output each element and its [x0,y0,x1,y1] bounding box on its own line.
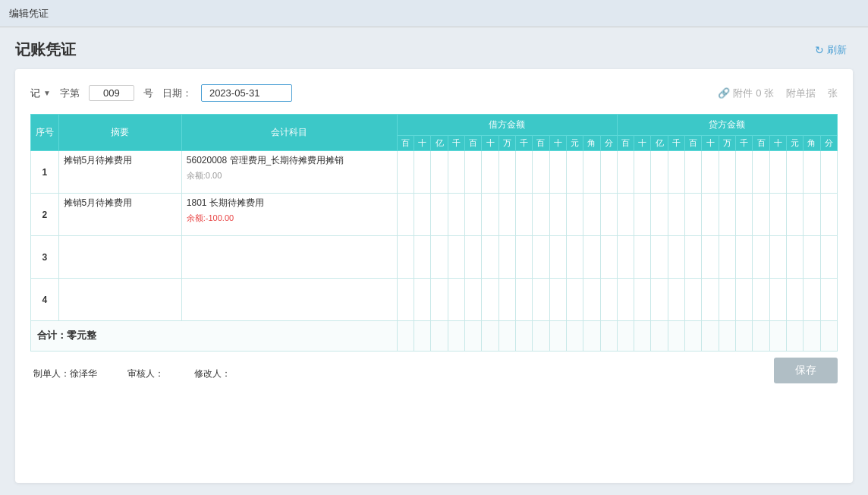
row2-d13[interactable] [600,194,617,236]
row4-account[interactable] [181,279,397,321]
row1-d11[interactable] [566,151,583,194]
single-doc-button[interactable]: 附单据 [786,87,816,100]
row2-d6[interactable] [482,194,498,236]
row2-d10[interactable] [549,194,566,236]
row1-c3[interactable] [651,151,668,194]
row2-c4[interactable] [668,194,684,236]
creator-field: 制单人：徐泽华 [33,367,97,380]
row1-d9[interactable] [533,151,549,194]
row2-account-text: 1801 长期待摊费用 [187,197,392,210]
row2-c7[interactable] [719,194,735,236]
attachment-label: 附件 [733,87,753,100]
credit-wan: 万 [719,136,735,151]
total-row: 合计：零元整 [31,321,838,352]
voucher-number-input[interactable] [89,85,134,101]
row2-account[interactable]: 1801 长期待摊费用 余额:-100.00 [181,194,397,236]
row2-c13[interactable] [820,194,837,236]
row1-d5[interactable] [465,151,482,194]
refresh-button[interactable]: ↻ 刷新 [809,40,853,60]
table-row: 3 [31,236,838,279]
row2-c1[interactable] [617,194,634,236]
row1-d4[interactable] [448,151,464,194]
reviewer-field: 审核人： [127,367,164,380]
row2-d4[interactable] [448,194,464,236]
row2-c9[interactable] [753,194,769,236]
debit-shi2: 十 [482,136,498,151]
debit-qian3: 千 [515,136,532,151]
row2-c11[interactable] [786,194,803,236]
row1-c10[interactable] [769,151,786,194]
row2-c5[interactable] [685,194,702,236]
row1-c8[interactable] [736,151,753,194]
row2-d9[interactable] [533,194,549,236]
row3-summary[interactable] [58,236,181,279]
row1-c6[interactable] [702,151,719,194]
credit-shi3: 十 [769,136,786,151]
row2-d8[interactable] [515,194,532,236]
table-row: 2 摊销5月待摊费用 1801 长期待摊费用 余额:-100.00 [31,194,838,236]
row1-c11[interactable] [786,151,803,194]
row1-c5[interactable] [685,151,702,194]
row1-d3[interactable] [431,151,448,194]
voucher-type-selector: 记 ▼ [30,87,51,100]
date-input[interactable] [201,84,292,102]
row2-d7[interactable] [498,194,515,236]
card: 记 ▼ 字第 号 日期： 🔗 附件 0 张 附单据 [15,69,853,483]
debit-wan: 万 [498,136,515,151]
row1-account-text: 56020008 管理费用_长期待摊费用摊销 [187,154,392,167]
window: 编辑凭证 记账凭证 ↻ 刷新 记 ▼ 字第 号 [0,0,868,495]
row1-c9[interactable] [753,151,769,194]
row1-d8[interactable] [515,151,532,194]
type-label: 记 [30,87,40,100]
credit-yi: 亿 [651,136,668,151]
row1-d1[interactable] [397,151,414,194]
row2-d2[interactable] [414,194,431,236]
row1-d7[interactable] [498,151,515,194]
row1-summary[interactable]: 摊销5月待摊费用 [58,151,181,194]
row1-c1[interactable] [617,151,634,194]
credit-fen: 分 [820,136,837,151]
row2-c2[interactable] [634,194,651,236]
row2-c8[interactable] [736,194,753,236]
attachment-button[interactable]: 🔗 附件 0 张 [718,87,774,100]
row2-d12[interactable] [583,194,600,236]
row1-c7[interactable] [719,151,735,194]
row2-c3[interactable] [651,194,668,236]
row2-d11[interactable] [566,194,583,236]
credit-shi2: 十 [702,136,719,151]
row2-d5[interactable] [465,194,482,236]
debit-qian2: 千 [448,136,464,151]
row1-d6[interactable] [482,151,498,194]
row1-c2[interactable] [634,151,651,194]
row2-c6[interactable] [702,194,719,236]
debit-shi: 十 [414,136,431,151]
content-area: 记账凭证 ↻ 刷新 记 ▼ 字第 号 日期： [0,27,868,495]
row2-summary[interactable]: 摊销5月待摊费用 [58,194,181,236]
row2-c12[interactable] [804,194,820,236]
row2-d3[interactable] [431,194,448,236]
row3-account[interactable] [181,236,397,279]
credit-shi: 十 [634,136,651,151]
row1-c4[interactable] [668,151,684,194]
zi-label: 字第 [60,87,80,100]
account-header: 会计科目 [181,115,397,151]
row1-c12[interactable] [804,151,820,194]
hao-label: 号 [143,87,153,100]
row3-seq: 3 [31,236,59,279]
row1-d2[interactable] [414,151,431,194]
row4-summary[interactable] [58,279,181,321]
row1-c13[interactable] [820,151,837,194]
row1-account[interactable]: 56020008 管理费用_长期待摊费用摊销 余额:0.00 [181,151,397,194]
row1-d12[interactable] [583,151,600,194]
save-button[interactable]: 保存 [774,358,838,383]
window-title: 编辑凭证 [9,7,49,20]
type-dropdown-button[interactable]: ▼ [43,89,51,97]
summary-header: 摘要 [58,115,181,151]
row2-c10[interactable] [769,194,786,236]
row1-d13[interactable] [600,151,617,194]
row2-balance: 余额:-100.00 [187,213,392,224]
credit-jiao: 角 [804,136,820,151]
row1-d10[interactable] [549,151,566,194]
voucher-header: 记 ▼ 字第 号 日期： 🔗 附件 0 张 附单据 [30,84,838,102]
row2-d1[interactable] [397,194,414,236]
